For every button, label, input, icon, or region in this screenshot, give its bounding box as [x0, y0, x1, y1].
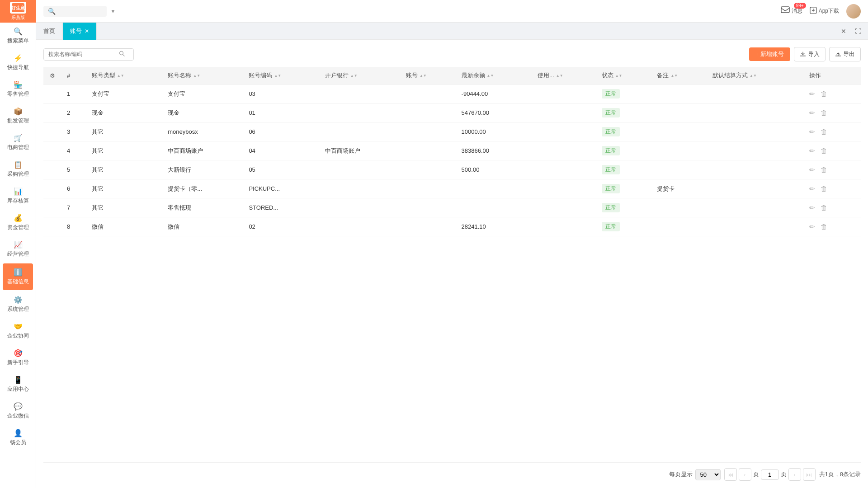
tab-close-action[interactable]: ✕ — [837, 25, 850, 38]
sidebar-item-basic-info[interactable]: ℹ️ 基础信息 — [3, 263, 33, 290]
cell-code-1: 01 — [243, 103, 319, 122]
th-balance[interactable]: 最新余额▲▼ — [456, 67, 532, 84]
edit-button-6[interactable]: ✏ — [809, 204, 815, 211]
cell-name-6: 零售抵现 — [162, 198, 243, 217]
cell-action-6: ✏ 🗑 — [804, 198, 861, 217]
cell-type-0: 支付宝 — [86, 84, 162, 103]
sidebar-item-system-mgmt[interactable]: ⚙️ 系统管理 — [0, 291, 36, 318]
sidebar-item-corp-wechat[interactable]: 💬 企业微信 — [0, 398, 36, 424]
page-first-btn[interactable]: ⏮ — [724, 468, 737, 481]
header-search-box[interactable]: 🔍 — [43, 6, 107, 17]
cell-type-1: 现金 — [86, 103, 162, 122]
sidebar-item-wholesale-mgmt[interactable]: 📦 批发管理 — [0, 103, 36, 129]
sidebar-item-purchase-mgmt[interactable]: 📋 采购管理 — [0, 156, 36, 183]
delete-button-7[interactable]: 🗑 — [821, 223, 827, 230]
sidebar-item-finance-mgmt[interactable]: 💰 资金管理 — [0, 209, 36, 236]
message-button[interactable]: 消息 99+ — [781, 6, 802, 16]
cell-code-5: PICKUPC... — [243, 179, 319, 198]
logo-subtitle: 乐燕版 — [11, 14, 25, 21]
th-bank[interactable]: 开户银行▲▼ — [320, 67, 401, 84]
delete-button-1[interactable]: 🗑 — [821, 109, 827, 117]
export-button[interactable]: 导出 — [829, 47, 861, 61]
sort-icon-use: ▲▼ — [556, 74, 563, 78]
edit-button-3[interactable]: ✏ — [809, 147, 815, 155]
cell-balance-2: 10000.00 — [456, 122, 532, 141]
cell-remark-3 — [651, 141, 707, 160]
cell-settings-4 — [43, 160, 61, 179]
header-dropdown-arrow[interactable]: ▼ — [110, 8, 116, 14]
cell-type-6: 其它 — [86, 198, 162, 217]
sidebar-item-ops-mgmt[interactable]: 📈 经营管理 — [0, 236, 36, 263]
page-last-btn[interactable]: ⏭ — [803, 468, 816, 481]
page-next-btn[interactable]: › — [788, 468, 801, 481]
add-account-button[interactable]: + 新增账号 — [749, 47, 790, 61]
edit-button-4[interactable]: ✏ — [809, 166, 815, 174]
sidebar-item-search-menu[interactable]: 🔍 搜索菜单 — [0, 23, 36, 49]
table-row: 5 其它 大新银行 05 500.00 正常 ✏ 🗑 — [43, 160, 861, 179]
sidebar-item-app-center[interactable]: 📱 应用中心 — [0, 371, 36, 398]
user-avatar[interactable] — [846, 4, 861, 19]
cell-action-4: ✏ 🗑 — [804, 160, 861, 179]
sort-icon-name: ▲▼ — [193, 74, 200, 78]
cell-bank-7 — [320, 217, 401, 236]
cell-bank-5 — [320, 179, 401, 198]
edit-button-5[interactable]: ✏ — [809, 185, 815, 192]
import-button[interactable]: 导入 — [794, 47, 826, 61]
th-type[interactable]: 账号类型▲▼ — [86, 67, 162, 84]
column-settings-icon[interactable]: ⚙ — [50, 72, 55, 79]
th-status[interactable]: 状态▲▼ — [596, 67, 652, 84]
cell-bank-3: 中百商场账户 — [320, 141, 401, 160]
delete-button-0[interactable]: 🗑 — [821, 90, 827, 98]
sidebar-item-newbie-guide[interactable]: 🎯 新手引导 — [0, 344, 36, 371]
main-wrapper: 🔍 ▼ 消息 99+ — [36, 0, 868, 488]
cell-num-0: 1 — [61, 84, 86, 103]
cell-name-4: 大新银行 — [162, 160, 243, 179]
table-row: 6 其它 提货卡（零... PICKUPC... 正常 提货卡 ✏ 🗑 — [43, 179, 861, 198]
tab-maximize-action[interactable]: ⛶ — [852, 25, 864, 38]
header-search-input[interactable] — [58, 8, 104, 14]
tab-account-close[interactable]: ✕ — [85, 28, 89, 34]
delete-button-6[interactable]: 🗑 — [821, 204, 827, 211]
cell-action-7: ✏ 🗑 — [804, 217, 861, 236]
page-number-input[interactable] — [761, 469, 779, 480]
th-name[interactable]: 账号名称▲▼ — [162, 67, 243, 84]
th-remark[interactable]: 备注▲▼ — [651, 67, 707, 84]
page-size-dropdown[interactable]: 10 20 50 100 — [695, 469, 721, 480]
svg-rect-5 — [800, 56, 806, 56]
account-search-icon[interactable] — [119, 51, 125, 58]
account-search-input[interactable] — [48, 51, 116, 57]
tab-home[interactable]: 首页 — [36, 23, 63, 40]
tab-account[interactable]: 账号 ✕ — [63, 23, 97, 40]
delete-button-5[interactable]: 🗑 — [821, 185, 827, 192]
th-account[interactable]: 账号▲▼ — [401, 67, 456, 84]
sidebar-item-corp-agreement[interactable]: 🤝 企业协同 — [0, 318, 36, 344]
th-code[interactable]: 账号编码▲▼ — [243, 67, 319, 84]
page-prev-btn[interactable]: ‹ — [739, 468, 751, 481]
delete-button-2[interactable]: 🗑 — [821, 128, 827, 136]
sidebar-item-inventory[interactable]: 📊 库存核算 — [0, 183, 36, 209]
cell-num-1: 2 — [61, 103, 86, 122]
cell-num-6: 7 — [61, 198, 86, 217]
edit-button-1[interactable]: ✏ — [809, 109, 815, 117]
cell-bank-1 — [320, 103, 401, 122]
sidebar-item-quick-nav[interactable]: ⚡ 快捷导航 — [0, 49, 36, 76]
th-settings[interactable]: ⚙ — [43, 67, 61, 84]
sidebar-item-retail-mgmt[interactable]: 🏪 零售管理 — [0, 76, 36, 103]
th-default-settle[interactable]: 默认结算方式▲▼ — [707, 67, 804, 84]
cell-bank-2 — [320, 122, 401, 141]
account-search-box[interactable] — [43, 48, 134, 61]
cell-settings-3 — [43, 141, 61, 160]
edit-button-0[interactable]: ✏ — [809, 90, 815, 98]
th-use[interactable]: 使用...▲▼ — [532, 67, 596, 84]
table-row: 3 其它 moneybosx 06 10000.00 正常 ✏ 🗑 — [43, 122, 861, 141]
sort-icon-bank: ▲▼ — [350, 74, 358, 78]
cell-name-7: 微信 — [162, 217, 243, 236]
edit-button-7[interactable]: ✏ — [809, 223, 815, 230]
edit-button-2[interactable]: ✏ — [809, 128, 815, 136]
delete-button-3[interactable]: 🗑 — [821, 147, 827, 155]
sidebar-item-member[interactable]: 👤 畅会员 — [0, 424, 36, 451]
delete-button-4[interactable]: 🗑 — [821, 166, 827, 174]
app-download-button[interactable]: App下载 — [810, 7, 839, 15]
cell-type-2: 其它 — [86, 122, 162, 141]
sidebar-item-ecommerce-mgmt[interactable]: 🛒 电商管理 — [0, 129, 36, 156]
